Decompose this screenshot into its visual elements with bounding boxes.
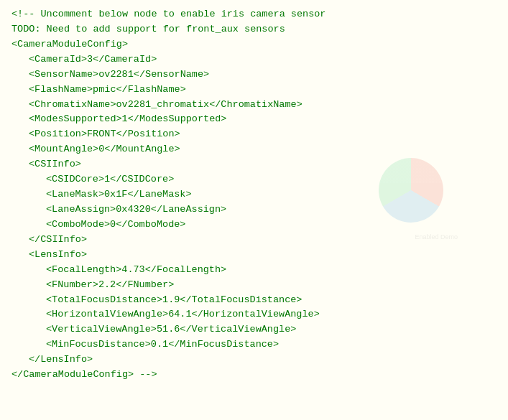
code-line: <HorizontalViewAngle>64.1</HorizontalVie… [11, 307, 497, 322]
code-line: <VerticalViewAngle>51.6</VerticalViewAng… [11, 322, 497, 337]
code-line: <MountAngle>0</MountAngle> [11, 142, 497, 157]
code-line: <LensInfo> [11, 248, 497, 263]
code-line: <CSIDCore>1</CSIDCore> [11, 172, 497, 187]
code-line: <ComboMode>0</ComboMode> [11, 218, 497, 233]
code-line: TODO: Need to add support for front_aux … [11, 22, 497, 37]
code-line: </CSIInfo> [11, 233, 497, 248]
code-line: <MinFocusDistance>0.1</MinFocusDistance> [11, 337, 497, 353]
code-line: <FocalLength>4.73</FocalLength> [11, 263, 497, 278]
code-line: <LaneAssign>0x4320</LaneAssign> [11, 202, 497, 218]
code-line: <CameraId>3</CameraId> [11, 52, 497, 67]
code-line: </LensInfo> [11, 353, 497, 368]
code-viewer: Enabled Demo <!-- Uncomment below node t… [0, 0, 508, 420]
code-line: </CameraModuleConfig> --> [11, 368, 497, 383]
code-line: <FlashName>pmic</FlashName> [11, 83, 497, 98]
code-line: <ChromatixName>ov2281_chromatix</Chromat… [11, 98, 497, 113]
code-line: <SensorName>ov2281</SensorName> [11, 67, 497, 83]
code-line: <Position>FRONT</Position> [11, 127, 497, 142]
code-line: <ModesSupported>1</ModesSupported> [11, 112, 497, 127]
code-line: <TotalFocusDistance>1.9</TotalFocusDista… [11, 293, 497, 308]
code-line: <!-- Uncomment below node to enable iris… [11, 7, 497, 22]
code-block: <!-- Uncomment below node to enable iris… [11, 7, 497, 383]
code-line: <FNumber>2.2</FNumber> [11, 278, 497, 293]
code-line: <CameraModuleConfig> [11, 37, 497, 52]
code-line: <CSIInfo> [11, 157, 497, 172]
code-line: <LaneMask>0x1F</LaneMask> [11, 187, 497, 202]
